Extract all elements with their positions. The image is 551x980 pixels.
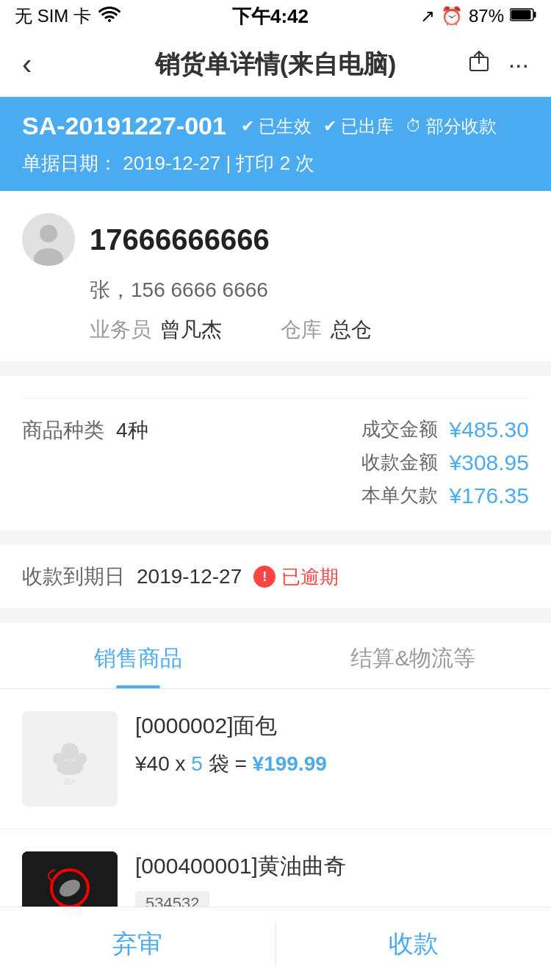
payment-due-section: 收款到期日 2019-12-27 ! 已逾期 (0, 545, 551, 608)
salesperson-value: 曾凡杰 (160, 316, 222, 344)
deal-amount-value: ¥485.30 (450, 417, 529, 442)
check-icon-1: ✔ (241, 117, 254, 136)
collection-amount-value: ¥308.95 (450, 450, 529, 475)
status-bar: 无 SIM 卡 下午4:42 ↗ ⏰ 87% (0, 0, 551, 32)
status-bar-time: 下午4:42 (232, 4, 309, 29)
nav-actions: ··· (467, 50, 529, 79)
debt-amount-label: 本单欠款 (361, 483, 438, 508)
product-qty-1: 5 (191, 752, 203, 775)
tab-products[interactable]: 销售商品 (0, 623, 276, 688)
clock-icon: ⏱ (406, 117, 422, 136)
nav-bar: ‹ 销货单详情(来自电脑) ··· (0, 32, 551, 97)
status-bar-right: ↗ ⏰ 87% (420, 6, 536, 26)
divider-top (22, 398, 529, 399)
share-icon[interactable] (467, 50, 491, 79)
deal-amount-label: 成交金额 (361, 417, 438, 442)
product-type-label: 商品种类 (22, 417, 104, 444)
bottom-bar: 弃审 收款 (0, 907, 551, 980)
check-icon-2: ✔ (323, 117, 336, 136)
tab-settlement[interactable]: 结算&物流等 (276, 623, 551, 688)
badge-effective: ✔ 已生效 (241, 115, 311, 138)
overdue-badge: ! 已逾期 (253, 564, 339, 590)
customer-meta: 业务员 曾凡杰 仓库 总仓 (22, 316, 529, 344)
product-price-1: ¥40 x 5 袋 = ¥199.99 (135, 750, 529, 778)
product-thumbnail-1: 品+ (22, 711, 118, 807)
svg-text:品+: 品+ (64, 777, 76, 785)
debt-amount-row: 本单欠款 ¥176.35 (361, 483, 529, 508)
product-info-1: [0000002]面包 ¥40 x 5 袋 = ¥199.99 (135, 711, 529, 778)
order-header: SA-20191227-001 ✔ 已生效 ✔ 已出库 ⏱ 部分收款 单据日期：… (0, 97, 551, 191)
overdue-text: 已逾期 (281, 564, 339, 590)
order-id: SA-20191227-001 (22, 112, 226, 140)
customer-section: 17666666666 张，156 6666 6666 业务员 曾凡杰 仓库 总… (0, 191, 551, 361)
due-label: 收款到期日 (22, 563, 125, 591)
overdue-icon: ! (253, 566, 276, 588)
collection-amount-label: 收款金额 (361, 450, 438, 475)
salesperson-item: 业务员 曾凡杰 (90, 316, 222, 344)
location-icon: ↗ (420, 6, 435, 26)
badge-shipped: ✔ 已出库 (323, 115, 394, 138)
back-button[interactable]: ‹ (22, 48, 32, 81)
product-total-1: ¥199.99 (253, 752, 327, 775)
product-type: 商品种类 4种 (22, 417, 148, 444)
deal-amount-row: 成交金额 ¥485.30 (361, 417, 529, 442)
tabs: 销售商品 结算&物流等 (0, 623, 551, 689)
status-badges: ✔ 已生效 ✔ 已出库 ⏱ 部分收款 (241, 115, 497, 138)
warehouse-item: 仓库 总仓 (281, 316, 372, 344)
product-type-count: 4种 (116, 417, 148, 444)
collection-amount-row: 收款金额 ¥308.95 (361, 450, 529, 475)
more-icon[interactable]: ··· (508, 50, 529, 79)
table-row: 品+ [0000002]面包 ¥40 x 5 袋 = ¥199.99 (0, 689, 551, 829)
customer-phone: 17666666666 (90, 223, 270, 256)
product-name-2: [000400001]黄油曲奇 (135, 851, 529, 882)
avatar (22, 213, 75, 266)
page-title: 销货单详情(来自电脑) (155, 48, 397, 82)
summary-grid: 商品种类 4种 成交金额 ¥485.30 收款金额 ¥308.95 本单欠款 ¥… (22, 417, 529, 508)
debt-amount-value: ¥176.35 (450, 483, 529, 508)
salesperson-label: 业务员 (90, 316, 151, 344)
alarm-icon: ⏰ (441, 6, 463, 26)
svg-point-10 (57, 760, 83, 775)
wifi-icon (98, 6, 120, 26)
due-date: 2019-12-27 (137, 565, 242, 588)
confirm-button[interactable]: 收款 (276, 907, 552, 980)
svg-rect-1 (533, 12, 536, 18)
customer-name-phone: 张，156 6666 6666 (22, 276, 529, 304)
svg-rect-2 (511, 10, 530, 20)
product-name-1: [0000002]面包 (135, 711, 529, 741)
badge-partial-payment: ⏱ 部分收款 (406, 115, 497, 138)
battery-level: 87% (469, 6, 504, 26)
customer-row1: 17666666666 (22, 213, 529, 266)
svg-point-5 (40, 225, 57, 242)
warehouse-value: 总仓 (331, 316, 372, 344)
order-header-date: 单据日期： 2019-12-27 | 打印 2 次 (22, 151, 529, 176)
order-header-row1: SA-20191227-001 ✔ 已生效 ✔ 已出库 ⏱ 部分收款 (22, 112, 529, 140)
battery-icon (510, 6, 536, 26)
warehouse-label: 仓库 (281, 316, 322, 344)
summary-section: 商品种类 4种 成交金额 ¥485.30 收款金额 ¥308.95 本单欠款 ¥… (0, 376, 551, 530)
sim-status: 无 SIM 卡 (15, 4, 91, 28)
amounts: 成交金额 ¥485.30 收款金额 ¥308.95 本单欠款 ¥176.35 (361, 417, 529, 508)
status-bar-left: 无 SIM 卡 (15, 4, 120, 28)
cancel-button[interactable]: 弃审 (0, 907, 276, 980)
